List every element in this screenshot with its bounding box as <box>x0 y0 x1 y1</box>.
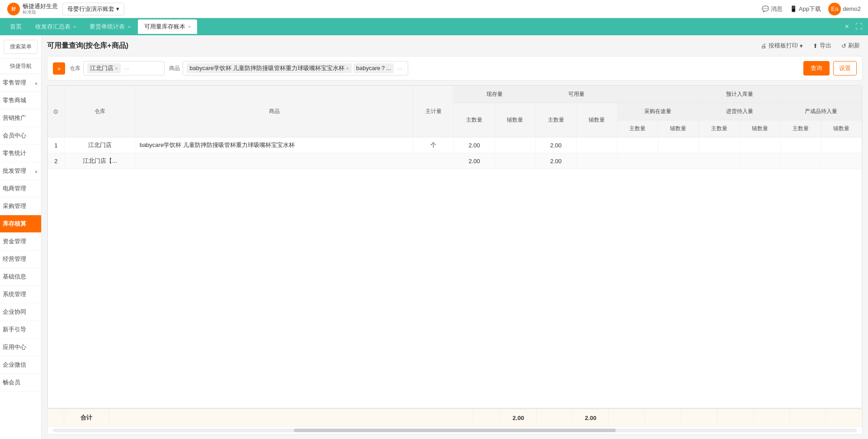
sidebar-item-inventory[interactable]: 库存核算 <box>0 215 41 233</box>
cell-product <box>136 153 413 169</box>
page-header: 可用量查询(按仓库+商品) 🖨 按模板打印 ▾ ⬆ 导出 ↺ 刷新 <box>47 40 863 52</box>
export-icon: ⬆ <box>813 42 818 49</box>
cell-incoming-main <box>699 153 740 169</box>
th-purchase-transit: 采购在途量 <box>617 103 699 120</box>
nav-tabs: 首页 收发存汇总表 × 要货单统计表 × 可用量库存账本 × × ⛶ <box>0 18 868 35</box>
refresh-icon: ↺ <box>841 42 846 49</box>
summary-row: 合计 2.00 2.00 <box>47 409 862 427</box>
sidebar-item-cooperation[interactable]: 企业协同 <box>0 303 41 321</box>
product-tag-1: babycare学饮杯 儿童防摔防撞吸管杯重力球吸嘴杯宝宝水杯 × <box>187 63 352 73</box>
sidebar-item-wholesale[interactable]: 批发管理 ▲ <box>0 162 41 180</box>
search-menu-btn[interactable]: 搜索菜单 <box>4 40 38 54</box>
th-incoming-pending: 进货待入量 <box>699 103 781 120</box>
close-tab-receivable[interactable]: × <box>73 24 76 29</box>
refresh-btn[interactable]: ↺ 刷新 <box>839 40 863 52</box>
th-main-unit: 主计量 <box>413 86 454 137</box>
cell-purchase-main <box>617 153 658 169</box>
sidebar-item-app-center[interactable]: 应用中心 <box>0 339 41 356</box>
cell-index: 1 <box>48 137 64 153</box>
scrollbar[interactable] <box>53 429 857 432</box>
th-incoming-sub: 辅数量 <box>740 120 780 137</box>
cell-prod-sub <box>821 153 862 169</box>
sidebar-item-retail-mall[interactable]: 零售商城 <box>0 92 41 109</box>
sidebar-item-wechat[interactable]: 企业微信 <box>0 356 41 374</box>
th-prod-sub: 辅数量 <box>821 120 862 137</box>
cell-incoming-main <box>699 137 740 153</box>
sidebar-item-finance[interactable]: 资金管理 <box>0 233 41 250</box>
logo-text: 畅捷通好生意 标准版 <box>23 3 58 15</box>
th-product: 商品 <box>136 86 413 137</box>
nav-controls: × ⛶ <box>843 22 864 32</box>
product-input[interactable]: babycare学饮杯 儿童防摔防撞吸管杯重力球吸嘴杯宝宝水杯 × babyca… <box>183 61 408 76</box>
th-incoming-main: 主数量 <box>699 120 740 137</box>
remove-warehouse-tag[interactable]: × <box>115 66 118 71</box>
column-settings-icon[interactable]: ⚙ <box>53 108 59 115</box>
th-settings: ⚙ <box>48 86 64 137</box>
summary-bar: 合计 2.00 2.00 <box>47 408 862 427</box>
sidebar-item-marketing[interactable]: 营销推广 <box>0 109 41 127</box>
tab-receivable[interactable]: 收发存汇总表 × <box>29 19 82 34</box>
cell-purchase-sub <box>658 137 698 153</box>
cell-main-unit <box>413 153 454 169</box>
app-download-btn[interactable]: 📱 App下载 <box>790 5 821 13</box>
cell-avail-sub <box>576 137 617 153</box>
sidebar-item-members[interactable]: 会员中心 <box>0 127 41 145</box>
top-bar-left: 好 畅捷通好生意 标准版 母婴行业演示账套 ▾ <box>7 3 124 15</box>
sidebar: 搜索菜单 快捷导航 零售管理 ▲ 零售商城 营销推广 会员中心 零售统计 批发管… <box>0 35 42 439</box>
cell-prod-sub <box>821 137 862 153</box>
close-tab-order[interactable]: × <box>127 24 130 29</box>
cell-index: 2 <box>48 153 64 169</box>
tab-available-stock[interactable]: 可用量库存账本 × <box>138 19 197 34</box>
th-planned-incoming: 预计入库量 <box>617 86 862 103</box>
th-avail-main: 主数量 <box>535 103 576 137</box>
close-all-tabs[interactable]: × <box>843 22 851 32</box>
sidebar-item-newbie[interactable]: 新手引导 <box>0 321 41 339</box>
dropdown-arrow-print: ▾ <box>800 42 803 49</box>
maximize-btn[interactable]: ⛶ <box>854 22 864 32</box>
sidebar-item-operations[interactable]: 经营管理 <box>0 250 41 268</box>
product-more[interactable]: ··· <box>396 65 404 72</box>
th-stock-main: 主数量 <box>454 103 495 137</box>
cell-incoming-sub <box>740 137 780 153</box>
top-bar-right: 💬 消息 📱 App下载 Ea demo2 <box>762 3 861 15</box>
message-btn[interactable]: 💬 消息 <box>762 5 783 13</box>
summary-label: 合计 <box>64 409 109 427</box>
summary-avail-main: 2.00 <box>573 409 609 427</box>
content-area: 可用量查询(按仓库+商品) 🖨 按模板打印 ▾ ⬆ 导出 ↺ 刷新 » <box>42 35 868 439</box>
scrollbar-thumb <box>294 429 615 432</box>
print-icon: 🖨 <box>761 42 767 49</box>
th-current-stock: 现存量 <box>454 86 536 103</box>
cell-warehouse: 江北门店【... <box>64 153 136 169</box>
sidebar-item-system[interactable]: 系统管理 <box>0 286 41 303</box>
shortcut-nav-btn[interactable]: 快捷导航 <box>0 59 41 74</box>
th-purchase-main: 主数量 <box>617 120 658 137</box>
sidebar-item-base-info[interactable]: 基础信息 <box>0 268 41 286</box>
user-profile[interactable]: Ea demo2 <box>828 3 861 15</box>
sidebar-item-purchase[interactable]: 采购管理 <box>0 198 41 215</box>
sidebar-item-retail-mgmt[interactable]: 零售管理 ▲ <box>0 74 41 92</box>
chevron-icon-2: ▲ <box>34 169 38 174</box>
cell-stock-main: 2.00 <box>454 137 495 153</box>
export-btn[interactable]: ⬆ 导出 <box>810 40 834 52</box>
filter-bar: » 仓库 江北门店 × ··· 商品 babycare学饮杯 儿童防摔防撞吸管杯… <box>47 56 863 80</box>
close-tab-available[interactable]: × <box>188 24 191 29</box>
settings-button[interactable]: 设置 <box>833 61 857 76</box>
query-button[interactable]: 查询 <box>803 61 830 76</box>
warehouse-input[interactable]: 江北门店 × ··· <box>83 61 165 76</box>
warehouse-more[interactable]: ··· <box>123 65 131 72</box>
chevron-down-icon: ▾ <box>116 5 119 12</box>
filter-toggle-btn[interactable]: » <box>53 62 65 75</box>
remove-product-tag-1[interactable]: × <box>346 66 349 71</box>
data-table: ⚙ 仓库 商品 主计量 现存量 可用量 预计入库量 主数量 辅数量 <box>47 85 862 408</box>
sidebar-item-ecommerce[interactable]: 电商管理 <box>0 180 41 198</box>
cell-incoming-sub <box>740 153 780 169</box>
sidebar-item-vip[interactable]: 畅会员 <box>0 374 41 392</box>
tab-home[interactable]: 首页 <box>4 20 28 33</box>
product-filter: 商品 babycare学饮杯 儿童防摔防撞吸管杯重力球吸嘴杯宝宝水杯 × bab… <box>169 61 408 76</box>
tab-order-stats[interactable]: 要货单统计表 × <box>83 19 137 34</box>
print-btn[interactable]: 🖨 按模板打印 ▾ <box>758 40 806 52</box>
industry-selector[interactable]: 母婴行业演示账套 ▾ <box>62 3 124 15</box>
cell-avail-main: 2.00 <box>535 153 576 169</box>
sidebar-item-retail-stats[interactable]: 零售统计 <box>0 145 41 162</box>
avatar: Ea <box>828 3 841 15</box>
